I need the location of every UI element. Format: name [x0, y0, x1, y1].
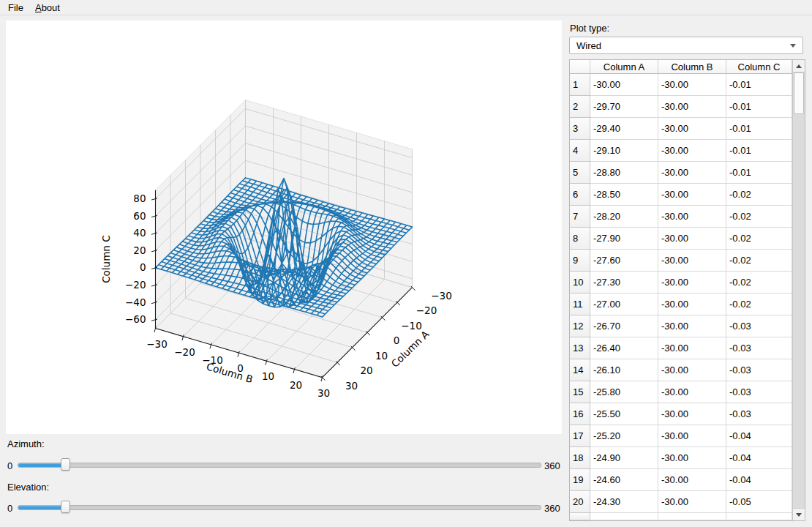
table-cell[interactable]: -30.00 — [658, 359, 726, 381]
row-header[interactable]: 20 — [570, 491, 590, 513]
table-cell[interactable]: -28.20 — [590, 206, 658, 228]
row-header[interactable]: 15 — [570, 381, 590, 403]
row-header[interactable]: 17 — [570, 425, 590, 447]
table-cell[interactable]: -30.00 — [658, 272, 726, 294]
table-cell[interactable]: -30.00 — [658, 469, 726, 491]
svg-text:20: 20 — [290, 379, 302, 391]
table-cell[interactable]: -26.10 — [590, 359, 658, 381]
table-corner-cell[interactable] — [570, 60, 590, 74]
table-cell[interactable]: -0.01 — [726, 96, 792, 118]
table-cell[interactable]: -0.05 — [726, 491, 792, 513]
table-cell[interactable]: -0.04 — [726, 469, 792, 491]
scroll-down-button[interactable] — [793, 508, 805, 520]
table-cell[interactable]: -29.10 — [590, 140, 658, 162]
table-cell[interactable]: -30.00 — [658, 140, 726, 162]
table-cell[interactable]: -30.00 — [658, 447, 726, 469]
table-cell[interactable]: -25.20 — [590, 425, 658, 447]
table-cell[interactable]: -30.00 — [658, 184, 726, 206]
row-header[interactable]: 8 — [570, 228, 590, 250]
plot-type-select[interactable]: Wired — [569, 37, 803, 54]
table-cell[interactable]: -27.60 — [590, 250, 658, 272]
table-cell[interactable]: -0.03 — [726, 315, 792, 337]
table-cell[interactable]: -30.00 — [658, 118, 726, 140]
table-cell[interactable]: -27.00 — [590, 294, 658, 315]
table-cell[interactable]: -0.02 — [726, 250, 792, 272]
scrollbar-thumb[interactable] — [794, 72, 804, 114]
row-header[interactable]: 3 — [570, 118, 590, 140]
table-cell[interactable]: -0.04 — [726, 425, 792, 447]
table-cell[interactable]: -30.00 — [658, 425, 726, 447]
row-header[interactable]: 14 — [570, 359, 590, 381]
table-cell[interactable]: -0.01 — [726, 118, 792, 140]
table-cell[interactable]: -30.00 — [658, 96, 726, 118]
table-cell[interactable]: -0.01 — [726, 162, 792, 184]
row-header[interactable]: 9 — [570, 250, 590, 272]
row-header[interactable]: 12 — [570, 315, 590, 337]
elevation-min-label: 0 — [7, 503, 12, 514]
table-cell[interactable]: -0.01 — [726, 140, 792, 162]
table-cell[interactable]: -30.00 — [658, 491, 726, 513]
menu-item-file[interactable]: File — [2, 1, 29, 15]
table-cell[interactable]: -30.00 — [658, 381, 726, 403]
scroll-up-button[interactable] — [793, 60, 805, 72]
table-cell[interactable]: -0.02 — [726, 184, 792, 206]
row-header[interactable]: 2 — [570, 96, 590, 118]
azimuth-slider-handle[interactable] — [61, 458, 70, 471]
row-header[interactable]: 7 — [570, 206, 590, 228]
table-cell[interactable]: -28.80 — [590, 162, 658, 184]
column-header-column-a[interactable]: Column A — [590, 60, 658, 74]
table-cell[interactable]: -0.02 — [726, 294, 792, 315]
table-cell[interactable]: -24.60 — [590, 469, 658, 491]
row-header[interactable]: 5 — [570, 162, 590, 184]
row-header[interactable]: 16 — [570, 403, 590, 425]
table-cell[interactable]: -26.70 — [590, 315, 658, 337]
table-cell[interactable]: -25.80 — [590, 381, 658, 403]
table-scrollbar[interactable] — [792, 60, 805, 520]
elevation-slider[interactable] — [18, 505, 541, 510]
table-cell[interactable]: -0.03 — [726, 403, 792, 425]
elevation-slider-handle[interactable] — [61, 501, 70, 513]
table-cell[interactable]: -30.00 — [658, 74, 726, 96]
table-cell[interactable]: -0.03 — [726, 337, 792, 359]
column-header-column-b[interactable]: Column B — [658, 60, 726, 74]
table-cell[interactable]: -30.00 — [658, 162, 726, 184]
table-row: 1-30.00-30.00-0.01 — [570, 74, 792, 96]
row-header[interactable]: 4 — [570, 140, 590, 162]
table-cell[interactable]: -30.00 — [658, 337, 726, 359]
table-cell[interactable]: -30.00 — [658, 250, 726, 272]
table-cell[interactable]: -28.50 — [590, 184, 658, 206]
table-cell[interactable]: -27.90 — [590, 228, 658, 250]
row-header[interactable]: 1 — [570, 74, 590, 96]
table-cell[interactable]: -29.40 — [590, 118, 658, 140]
table-cell[interactable]: -0.04 — [726, 447, 792, 469]
table-cell[interactable]: -25.50 — [590, 403, 658, 425]
menu-item-about[interactable]: About — [29, 1, 66, 15]
table-cell[interactable]: -0.02 — [726, 206, 792, 228]
table-cell[interactable]: -30.00 — [590, 74, 658, 96]
table-cell[interactable]: -26.40 — [590, 337, 658, 359]
row-header[interactable]: 11 — [570, 294, 590, 315]
table-cell[interactable]: -24.30 — [590, 491, 658, 513]
table-cell[interactable]: -30.00 — [658, 228, 726, 250]
plot-type-value: Wired — [576, 40, 601, 51]
row-header[interactable]: 19 — [570, 469, 590, 491]
row-header[interactable]: 10 — [570, 272, 590, 294]
table-cell[interactable]: -0.02 — [726, 228, 792, 250]
table-cell[interactable]: -29.70 — [590, 96, 658, 118]
table-cell[interactable]: -30.00 — [658, 206, 726, 228]
table-cell[interactable]: -30.00 — [658, 403, 726, 425]
elevation-label: Elevation: — [7, 482, 49, 493]
table-cell[interactable]: -0.02 — [726, 272, 792, 294]
table-cell[interactable]: -0.03 — [726, 359, 792, 381]
row-header[interactable]: 13 — [570, 337, 590, 359]
row-header[interactable]: 6 — [570, 184, 590, 206]
table-cell[interactable]: -27.30 — [590, 272, 658, 294]
column-header-column-c[interactable]: Column C — [726, 60, 792, 74]
table-cell[interactable]: -0.03 — [726, 381, 792, 403]
azimuth-slider[interactable] — [18, 463, 541, 468]
table-cell[interactable]: -24.90 — [590, 447, 658, 469]
table-cell[interactable]: -0.01 — [726, 74, 792, 96]
table-cell[interactable]: -30.00 — [658, 315, 726, 337]
table-cell[interactable]: -30.00 — [658, 294, 726, 315]
row-header[interactable]: 18 — [570, 447, 590, 469]
